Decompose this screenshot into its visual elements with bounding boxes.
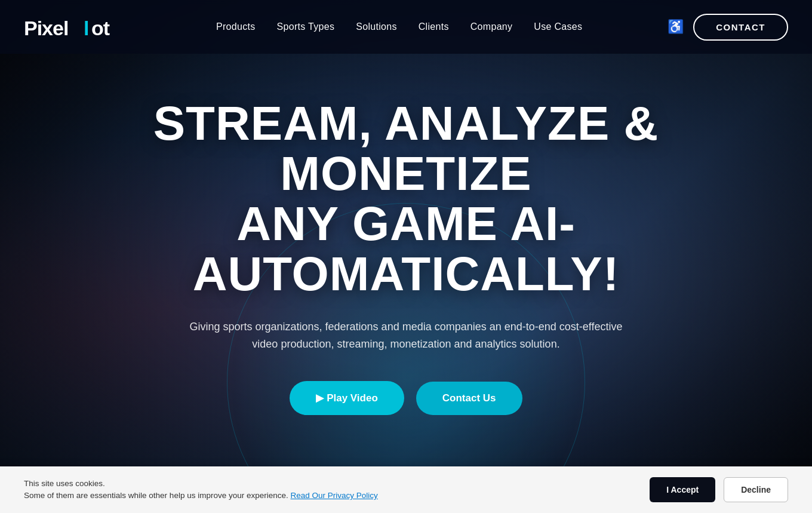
hero-content: STREAM, ANALYZE & MONETIZE ANY GAME AI-A…	[107, 99, 705, 416]
accept-cookies-button[interactable]: I Accept	[650, 477, 715, 502]
decline-cookies-button[interactable]: Decline	[724, 477, 788, 502]
nav-item-company[interactable]: Company	[470, 21, 513, 32]
hero-section: STREAM, ANALYZE & MONETIZE ANY GAME AI-A…	[0, 0, 812, 513]
cookie-line2: Some of them are essentials while other …	[24, 490, 378, 502]
cookie-line1: This site uses cookies.	[24, 478, 378, 490]
nav-item-sports-types[interactable]: Sports Types	[277, 21, 335, 32]
nav-item-solutions[interactable]: Solutions	[356, 21, 397, 32]
nav-item-products[interactable]: Products	[216, 21, 256, 32]
contact-button[interactable]: CONTACT	[693, 14, 788, 41]
hero-buttons: ▶ Play Video Contact Us	[119, 381, 693, 415]
nav-right: ♿ CONTACT	[667, 14, 788, 41]
hero-title: STREAM, ANALYZE & MONETIZE ANY GAME AI-A…	[119, 99, 693, 299]
contact-us-button[interactable]: Contact Us	[416, 382, 522, 415]
cookie-banner: This site uses cookies. Some of them are…	[0, 466, 812, 513]
svg-text:l: l	[84, 17, 88, 39]
accessibility-icon[interactable]: ♿	[667, 19, 684, 35]
nav-item-clients[interactable]: Clients	[419, 21, 449, 32]
logo[interactable]: Pixel l ot	[24, 14, 131, 40]
cookie-actions: I Accept Decline	[650, 477, 788, 502]
main-nav: Pixel l ot Products Sports Types Solutio…	[0, 0, 812, 54]
hero-subtitle: Giving sports organizations, federations…	[179, 318, 633, 353]
nav-item-use-cases[interactable]: Use Cases	[534, 21, 582, 32]
svg-text:Pixel: Pixel	[24, 17, 68, 39]
nav-links: Products Sports Types Solutions Clients …	[216, 21, 582, 32]
svg-text:ot: ot	[91, 17, 110, 39]
privacy-policy-link[interactable]: Read Our Privacy Policy	[291, 491, 378, 500]
play-video-button[interactable]: ▶ Play Video	[290, 381, 404, 415]
cookie-text: This site uses cookies. Some of them are…	[24, 478, 378, 502]
